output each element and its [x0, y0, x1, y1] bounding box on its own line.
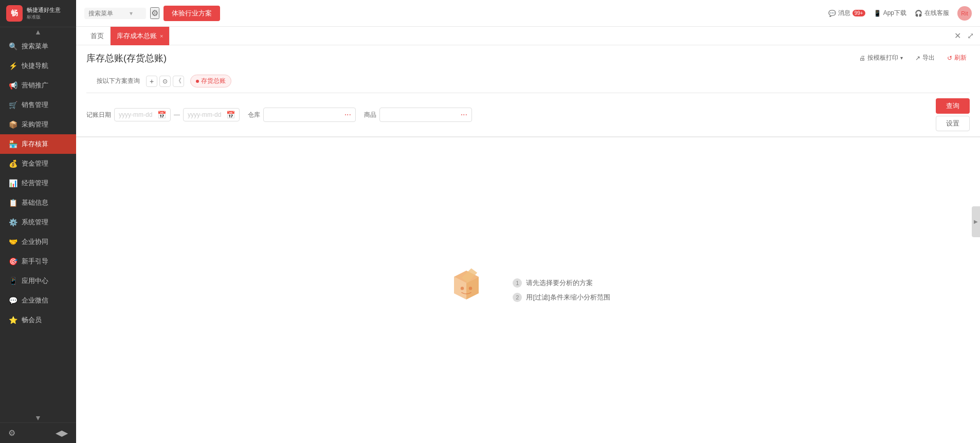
empty-state: 1 请先选择要分析的方案 2 用[过滤]条件来缩小分析范围 [76, 137, 980, 443]
tab-home[interactable]: 首页 [84, 27, 111, 45]
tip-item-1: 1 请先选择要分析的方案 [513, 278, 610, 288]
sidebar-item-marketing[interactable]: 📢 营销推广 [0, 76, 76, 95]
sidebar-item-inventory[interactable]: 🏪 库存核算 [0, 134, 76, 154]
app-name: 畅捷通好生意 标准版 [27, 6, 61, 21]
filter-collapse-btn[interactable]: ⊙ [159, 76, 171, 87]
sidebar-scroll-down[interactable]: ▼ [0, 413, 76, 422]
cooperation-icon: 🤝 [8, 237, 17, 246]
empty-tips: 1 请先选择要分析的方案 2 用[过滤]条件来缩小分析范围 [513, 278, 610, 302]
main-area: ▾ ⚙ 体验行业方案 💬 消息 99+ 📱 App下载 🎧 在线客服 Rit [76, 0, 980, 443]
empty-inner: 1 请先选择要分析的方案 2 用[过滤]条件来缩小分析范围 [446, 264, 610, 316]
inventory-icon: 🏪 [8, 139, 17, 149]
svg-point-4 [461, 287, 464, 290]
sidebar-item-app-center[interactable]: 📱 应用中心 [0, 271, 76, 291]
sidebar-scroll-up[interactable]: ▲ [0, 27, 76, 37]
sidebar-item-finance[interactable]: 💰 资金管理 [0, 154, 76, 173]
filter-bar: 按以下方案查询 + ⊙ 《 存货总账 [86, 69, 970, 93]
filter-add-btn[interactable]: + [146, 76, 157, 87]
print-dropdown-icon[interactable]: ▾ [900, 55, 903, 61]
app-logo: 畅 畅捷通好生意 标准版 [0, 0, 76, 27]
message-btn[interactable]: 💬 消息 99+ [828, 9, 865, 17]
purchase-icon: 📦 [8, 120, 17, 129]
filter-fold-btn[interactable]: 《 [173, 76, 184, 87]
industry-btn[interactable]: 体验行业方案 [164, 6, 220, 21]
panel-toggle-icon: ▶ [974, 219, 978, 224]
system-icon: ⚙️ [8, 218, 17, 227]
sidebar-item-quick-nav[interactable]: ⚡ 快捷导航 [0, 56, 76, 76]
scroll-down-btn[interactable]: ▼ [33, 413, 43, 422]
filter-fields: 记账日期 yyyy-mm-dd 📅 — yyyy-mm-dd 📅 仓库 ··· [76, 93, 980, 137]
settings-btn[interactable]: 设置 [936, 116, 970, 131]
sidebar-item-new-guide[interactable]: 🎯 新手引导 [0, 252, 76, 271]
sidebar-item-sales[interactable]: 🛒 销售管理 [0, 95, 76, 115]
refresh-icon: ↺ [947, 55, 952, 62]
search-input[interactable] [88, 10, 130, 17]
new-guide-icon: 🎯 [8, 257, 17, 266]
marketing-icon: 📢 [8, 81, 17, 90]
filter-label: 按以下方案查询 [97, 77, 140, 85]
product-input[interactable]: ··· [379, 108, 472, 122]
print-icon: 🖨 [859, 55, 865, 62]
finance-icon: 💰 [8, 159, 17, 168]
operations-icon: 📊 [8, 179, 17, 188]
export-btn[interactable]: ↗ 导出 [912, 51, 938, 64]
box-svg [446, 264, 487, 306]
headset-icon: 🎧 [915, 10, 922, 17]
empty-illustration [446, 264, 497, 316]
page-actions: 🖨 按模板打印 ▾ ↗ 导出 ↺ 刷新 [856, 51, 970, 64]
search-btn[interactable]: 查询 [936, 98, 970, 114]
tab-close-icon[interactable]: × [160, 33, 163, 39]
tab-expand-btn[interactable]: ⤢ [965, 30, 976, 42]
tip-num-2: 2 [513, 293, 522, 302]
right-panel-toggle[interactable]: ▶ [972, 206, 980, 237]
message-icon: 💬 [828, 10, 836, 17]
basic-info-icon: 📋 [8, 198, 17, 207]
sidebar-bottom: ⚙ ◀▶ [0, 422, 76, 443]
topbar-gear-btn[interactable]: ⚙ [150, 7, 159, 19]
sidebar-item-enterprise-wechat[interactable]: 💬 企业微信 [0, 291, 76, 310]
export-icon: ↗ [915, 55, 920, 62]
app-download-btn[interactable]: 📱 App下载 [874, 9, 906, 17]
print-btn[interactable]: 🖨 按模板打印 ▾ [856, 51, 906, 64]
sidebar-item-search[interactable]: 🔍 搜索菜单 [0, 37, 76, 56]
sidebar-item-operations[interactable]: 📊 经营管理 [0, 173, 76, 193]
schema-item[interactable]: 存货总账 [190, 75, 231, 87]
sidebar-item-purchase[interactable]: 📦 采购管理 [0, 115, 76, 134]
tip-item-2: 2 用[过滤]条件来缩小分析范围 [513, 293, 610, 302]
enterprise-wechat-icon: 💬 [8, 296, 17, 305]
phone-icon: 📱 [874, 10, 881, 17]
search-dropdown-icon[interactable]: ▾ [130, 10, 133, 17]
warehouse-input[interactable]: ··· [263, 108, 356, 122]
sidebar: 畅 畅捷通好生意 标准版 ▲ 🔍 搜索菜单 ⚡ 快捷导航 📢 营销推广 🛒 销售… [0, 0, 76, 443]
user-avatar[interactable]: Rit [957, 6, 972, 21]
warehouse-label: 仓库 [248, 111, 260, 119]
tab-close-btn[interactable]: ✕ [952, 30, 963, 42]
topbar-left: ▾ ⚙ 体验行业方案 [84, 6, 220, 21]
page-title-row: 库存总账(存货总账) 🖨 按模板打印 ▾ ↗ 导出 ↺ 刷新 [86, 51, 970, 69]
collapse-sidebar-icon[interactable]: ◀▶ [56, 428, 68, 438]
online-service-btn[interactable]: 🎧 在线客服 [915, 9, 949, 17]
product-field: 商品 ··· [364, 108, 472, 122]
tab-inventory-ledger[interactable]: 库存成本总账 × [111, 27, 170, 45]
product-more-icon[interactable]: ··· [461, 110, 467, 119]
logo-icon: 畅 [6, 5, 23, 22]
sidebar-item-basic-info[interactable]: 📋 基础信息 [0, 193, 76, 212]
schema-dot [196, 80, 199, 83]
calendar-end-icon[interactable]: 📅 [226, 111, 235, 119]
topbar-search-box[interactable]: ▾ [84, 8, 146, 19]
sidebar-item-cooperation[interactable]: 🤝 企业协同 [0, 232, 76, 252]
date-start-input[interactable]: yyyy-mm-dd 📅 [114, 108, 171, 121]
warehouse-more-icon[interactable]: ··· [344, 110, 351, 119]
sidebar-item-system[interactable]: ⚙️ 系统管理 [0, 212, 76, 232]
calendar-start-icon[interactable]: 📅 [157, 111, 166, 119]
filter-actions: + ⊙ 《 [146, 76, 184, 87]
settings-icon[interactable]: ⚙ [8, 428, 15, 438]
topbar-right: 💬 消息 99+ 📱 App下载 🎧 在线客服 Rit [828, 6, 972, 21]
date-separator: — [174, 111, 180, 118]
sidebar-item-member[interactable]: ⭐ 畅会员 [0, 310, 76, 330]
tabbar-right: ✕ ⤢ [952, 30, 980, 42]
refresh-btn[interactable]: ↺ 刷新 [944, 51, 970, 64]
date-end-input[interactable]: yyyy-mm-dd 📅 [183, 108, 240, 121]
page-title: 库存总账(存货总账) [86, 52, 167, 64]
scroll-up-btn[interactable]: ▲ [33, 27, 43, 37]
